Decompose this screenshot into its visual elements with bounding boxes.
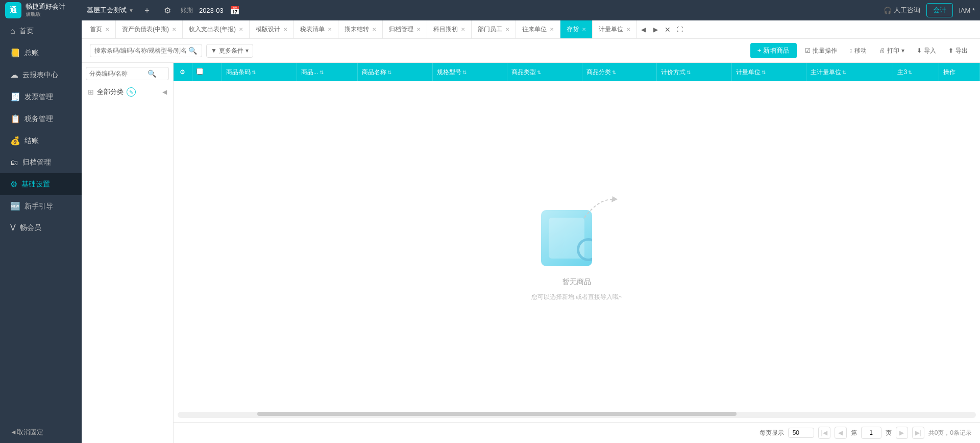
col-unit[interactable]: 计量单位 ⇅: [731, 63, 806, 81]
add-tab-button[interactable]: ＋: [140, 3, 154, 17]
main-search-input[interactable]: [94, 47, 186, 54]
cat-search-box[interactable]: 🔍: [86, 67, 169, 80]
table-container: ⚙ 商品条码 ⇅ 商品...: [174, 63, 980, 443]
col-category[interactable]: 商品分类 ⇅: [582, 63, 657, 81]
col-settings[interactable]: ⚙: [174, 63, 192, 81]
tab-unit[interactable]: 计量单位 ✕: [593, 20, 637, 39]
top-header: 通 畅捷通好会计 旗舰版 基层工会测试 ▼ ＋ ⚙ 账期 2023-03 📅 🎧…: [0, 0, 980, 20]
sidebar-item-guide[interactable]: 🆕 新手引导: [0, 195, 82, 217]
page-suffix-label: 页: [886, 429, 892, 437]
tab-dept-emp[interactable]: 部门员工 ✕: [472, 20, 516, 39]
col-price-method[interactable]: 计价方式 ⇅: [657, 63, 732, 81]
add-product-button[interactable]: + 新增商品: [750, 43, 797, 58]
tab-next-button[interactable]: ▶: [649, 20, 662, 39]
product-table: ⚙ 商品条码 ⇅ 商品...: [174, 63, 980, 81]
main-search-icon[interactable]: 🔍: [188, 46, 197, 55]
tab-close-home[interactable]: ✕: [105, 27, 109, 32]
sort-code-icon: ⇅: [320, 69, 324, 75]
col-checkbox[interactable]: [192, 63, 222, 81]
page-prev-button[interactable]: ◀: [835, 427, 847, 439]
tab-prev-button[interactable]: ◀: [637, 20, 649, 39]
print-chevron-icon: ▾: [901, 47, 904, 54]
header-mid: 基层工会测试 ▼ ＋ ⚙ 账期 2023-03 📅: [87, 3, 884, 17]
tab-close-partner[interactable]: ✕: [550, 27, 554, 32]
move-button[interactable]: ↕ 移动: [845, 44, 871, 57]
sidebar-item-ledger[interactable]: 📒 总账: [0, 42, 82, 64]
cat-search-icon[interactable]: 🔍: [148, 69, 156, 78]
sidebar-item-home[interactable]: ⌂ 首页: [0, 20, 82, 42]
cat-search-input[interactable]: [89, 70, 145, 77]
calendar-icon[interactable]: 📅: [230, 6, 240, 15]
tab-bar: 首页 ✕ 资产负债表(中期) ✕ 收入支出表(年报) ✕ 模版设计 ✕ 税表清单…: [82, 20, 980, 39]
tab-home[interactable]: 首页 ✕: [84, 20, 116, 39]
col-main-unit[interactable]: 主计量单位 ⇅: [806, 63, 893, 81]
export-button[interactable]: ⬆ 导出: [944, 44, 972, 57]
sort-category-icon: ⇅: [612, 69, 616, 75]
col-code[interactable]: 商品... ⇅: [297, 63, 357, 81]
tab-close-dept-emp[interactable]: ✕: [505, 27, 509, 32]
company-select[interactable]: 基层工会测试 ▼: [87, 6, 134, 15]
col-name[interactable]: 商品名称 ⇅: [357, 63, 432, 81]
page-first-button[interactable]: |◀: [818, 427, 830, 439]
main-split: 🔍 ⊞ 全部分类 ✎ ◀ ⚙: [82, 63, 980, 443]
page-next-button[interactable]: ▶: [896, 427, 908, 439]
sort-name-icon: ⇅: [387, 69, 391, 75]
page-last-button[interactable]: ▶|: [912, 427, 924, 439]
sidebar-item-reports[interactable]: ☁ 云报表中心: [0, 64, 82, 86]
unpin-button[interactable]: ◄取消固定: [0, 422, 82, 443]
cat-edit-icon[interactable]: ✎: [127, 87, 136, 97]
horizontal-scrollbar[interactable]: [174, 410, 980, 422]
settings-icon[interactable]: ⚙: [160, 3, 175, 17]
tab-period-end[interactable]: 期末结转 ✕: [338, 20, 383, 39]
tab-close-all-button[interactable]: ✕: [662, 20, 674, 39]
tab-close-taxclear[interactable]: ✕: [328, 27, 332, 32]
cat-all-item[interactable]: ⊞ 全部分类 ✎ ◀: [86, 84, 169, 100]
tab-expand-button[interactable]: ⛶: [674, 20, 686, 39]
period-value: 2023-03: [199, 7, 224, 14]
col-spec[interactable]: 规格型号 ⇅: [432, 63, 507, 81]
tab-partner[interactable]: 往来单位 ✕: [516, 20, 560, 39]
tab-subject-init[interactable]: 科目期初 ✕: [427, 20, 472, 39]
per-page-label: 每页显示: [760, 429, 784, 437]
sidebar-item-archive[interactable]: 🗂 归档管理: [0, 152, 82, 173]
col-type[interactable]: 商品类型 ⇅: [507, 63, 582, 81]
tab-close-archive-mgmt[interactable]: ✕: [416, 27, 421, 32]
tab-template[interactable]: 模版设计 ✕: [250, 20, 294, 39]
home-icon: ⌂: [10, 27, 15, 36]
tab-close-subject-init[interactable]: ✕: [461, 27, 465, 32]
sidebar-item-invoice[interactable]: 🧾 发票管理: [0, 86, 82, 108]
tab-close-balance[interactable]: ✕: [172, 27, 176, 32]
tab-income[interactable]: 收入支出表(年报) ✕: [183, 20, 250, 39]
tab-close-template[interactable]: ✕: [283, 27, 287, 32]
main-search-box[interactable]: 🔍: [90, 44, 202, 57]
page-content: 🔍 ▼ 更多条件 ▾ + 新增商品 ☑ 批量操作 ↕ 移动: [82, 39, 980, 443]
tab-archive-mgmt[interactable]: 归档管理 ✕: [383, 20, 427, 39]
batch-operation-button[interactable]: ☑ 批量操作: [801, 44, 841, 57]
tab-close-inventory[interactable]: ✕: [582, 27, 586, 32]
print-button[interactable]: 🖨 打印 ▾: [875, 44, 909, 57]
consult-button[interactable]: 🎧 人工咨询: [884, 6, 920, 15]
col-barcode[interactable]: 商品条码 ⇅: [222, 63, 297, 81]
per-page-select[interactable]: 50 20 100: [788, 428, 814, 438]
tab-taxclear[interactable]: 税表清单 ✕: [294, 20, 338, 39]
tab-close-income[interactable]: ✕: [239, 27, 243, 32]
cat-collapse-icon[interactable]: ◀: [162, 88, 167, 96]
tab-balance[interactable]: 资产负债表(中期) ✕: [116, 20, 183, 39]
sidebar-item-member[interactable]: V 畅会员: [0, 217, 82, 239]
more-filter-button[interactable]: ▼ 更多条件 ▾: [206, 44, 253, 58]
account-button[interactable]: 会计: [926, 3, 953, 17]
header-right: 🎧 人工咨询 会计 iAM *: [884, 3, 975, 17]
select-all-checkbox[interactable]: [197, 68, 203, 75]
sidebar-item-tax[interactable]: 📋 税务管理: [0, 108, 82, 130]
tab-close-period-end[interactable]: ✕: [372, 27, 376, 32]
export-icon: ⬆: [948, 47, 953, 54]
gear-icon: ⚙: [10, 179, 17, 189]
import-button[interactable]: ⬇ 导入: [913, 44, 940, 57]
period-label: 账期: [181, 6, 193, 15]
tab-close-unit[interactable]: ✕: [626, 27, 630, 32]
sidebar-item-settings[interactable]: ⚙ 基础设置: [0, 173, 82, 195]
sidebar-item-close[interactable]: 💰 结账: [0, 130, 82, 152]
col-3[interactable]: 主3 ⇅: [893, 63, 939, 81]
tab-inventory[interactable]: 存货 ✕: [560, 20, 593, 39]
page-number-input[interactable]: [861, 427, 881, 439]
